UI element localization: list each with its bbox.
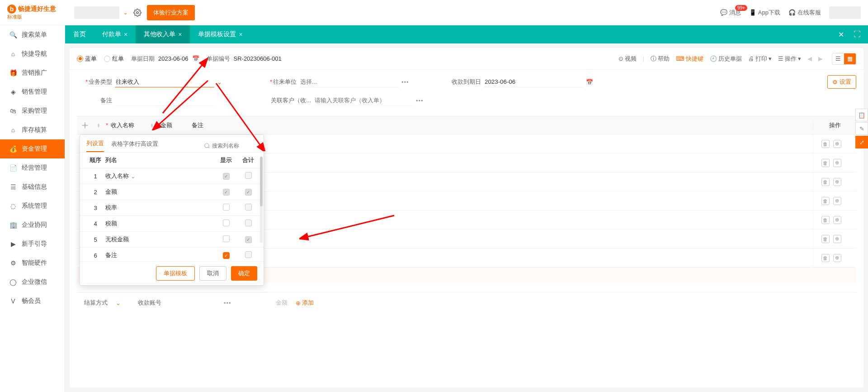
copy-row-icon[interactable]: ⊕ — [833, 159, 841, 167]
tab-close-icon[interactable]: × — [178, 31, 182, 38]
due-date-input[interactable] — [484, 76, 583, 87]
add-button[interactable]: ⊕ 添加 — [296, 299, 314, 307]
prev-button[interactable]: ◀ — [807, 55, 812, 62]
template-button[interactable]: 单据模板 — [156, 266, 195, 281]
radio-red[interactable]: 红单 — [104, 55, 124, 63]
popup-row[interactable]: 3 税率 — [80, 200, 264, 216]
chevron-down-icon[interactable]: ⌄ — [116, 300, 121, 306]
sidebar-item-vip[interactable]: V畅会员 — [0, 292, 65, 311]
calendar-icon[interactable]: 📅 — [192, 55, 199, 62]
rel-cust-input[interactable] — [314, 95, 413, 106]
message-button[interactable]: 💬 消息 99+ — [720, 9, 741, 17]
col-amount[interactable]: ▲▼ *金额 — [143, 121, 188, 129]
delete-row-icon[interactable]: 🗑 — [821, 197, 830, 205]
float-expand-button[interactable]: ⤢ — [855, 136, 868, 148]
tab-2[interactable]: 其他收入单× — [136, 25, 190, 43]
settings-button[interactable]: ⚙ 设置 — [827, 75, 856, 89]
delete-row-icon[interactable]: 🗑 — [821, 140, 830, 148]
sidebar-item-stock[interactable]: ⌂库存核算 — [0, 120, 65, 139]
tab-0[interactable]: 首页 — [65, 25, 94, 43]
view-list-button[interactable]: ☰ — [832, 53, 844, 64]
chevron-down-icon[interactable]: ⌄ — [217, 79, 222, 86]
float-edit-button[interactable]: ✎ — [855, 122, 868, 135]
delete-row-icon[interactable]: 🗑 — [821, 216, 830, 224]
tab-3[interactable]: 单据模板设置× — [190, 25, 250, 43]
tab-1[interactable]: 付款单× — [94, 25, 136, 43]
delete-row-icon[interactable]: 🗑 — [821, 178, 830, 186]
copy-row-icon[interactable]: ⊕ — [833, 197, 841, 205]
float-note-button[interactable]: 📋 — [855, 109, 868, 121]
popup-row[interactable]: 1 收入名称 ⌄ ✓ — [80, 168, 264, 184]
sidebar-item-wx[interactable]: ◯企业微信 — [0, 272, 65, 292]
popup-row[interactable]: 5 无税金额 ✓ — [80, 232, 264, 248]
popup-tab-col-settings[interactable]: 列设置 — [86, 139, 104, 152]
sidebar-item-hw[interactable]: ⚙智能硬件 — [0, 253, 65, 272]
column-settings-button[interactable] — [77, 122, 93, 129]
video-button[interactable]: ⊙ 视频 — [618, 55, 637, 63]
checkbox[interactable] — [223, 220, 230, 226]
help-button[interactable]: ⓘ 帮助 — [651, 55, 670, 63]
popup-tab-font-height[interactable]: 表格字体行高设置 — [111, 140, 158, 152]
copy-row-icon[interactable]: ⊕ — [833, 254, 841, 262]
confirm-button[interactable]: 确定 — [231, 266, 257, 281]
more-icon[interactable]: ••• — [224, 300, 231, 306]
party-input[interactable] — [299, 76, 399, 87]
gear-icon[interactable] — [133, 9, 142, 17]
sidebar-item-money[interactable]: 💰资金管理 — [0, 139, 65, 158]
checkbox[interactable] — [223, 204, 230, 210]
tab-close-icon[interactable]: × — [239, 31, 242, 38]
user-avatar[interactable] — [829, 6, 861, 19]
app-download-button[interactable]: 📱 App下载 — [749, 9, 780, 17]
mobile-icon: 📱 — [749, 9, 756, 16]
sidebar-item-base[interactable]: ☰基础信息 — [0, 177, 65, 196]
popup-row[interactable]: 4 税额 — [80, 216, 264, 232]
sort-icon[interactable]: ▲▼ — [97, 123, 104, 128]
doc-date-value[interactable]: 2023-06-06 — [158, 55, 189, 62]
copy-row-icon[interactable]: ⊕ — [833, 178, 841, 186]
biz-type-input[interactable] — [115, 76, 214, 87]
view-card-button[interactable]: ▦ — [844, 53, 856, 64]
sort-icon[interactable]: ▲▼ — [146, 123, 154, 128]
more-icon[interactable]: ••• — [416, 97, 424, 104]
delete-row-icon[interactable]: 🗑 — [821, 254, 830, 262]
popup-scrollbar[interactable] — [260, 157, 263, 243]
checkbox[interactable] — [223, 235, 230, 242]
sidebar-item-corp[interactable]: 🏢企业协同 — [0, 215, 65, 234]
close-all-tabs-button[interactable]: ✕ — [835, 28, 847, 41]
copy-row-icon[interactable]: ⊕ — [833, 235, 841, 243]
shortcut-button[interactable]: ⌨ 快捷键 — [676, 55, 703, 63]
popup-row[interactable]: 2 金额 ✓ ✓ — [80, 184, 264, 200]
fullscreen-button[interactable]: ⛶ — [851, 28, 863, 41]
try-plan-button[interactable]: 体验行业方案 — [147, 5, 195, 20]
tab-close-icon[interactable]: × — [124, 31, 127, 38]
calendar-icon[interactable]: 📅 — [586, 79, 593, 86]
print-button[interactable]: 🖨 打印 ▾ — [748, 55, 772, 63]
copy-row-icon[interactable]: ⊕ — [833, 140, 841, 148]
account-dropdown[interactable]: ⌄ — [74, 6, 128, 19]
checkbox-checked[interactable]: ✓ — [223, 252, 230, 259]
col-remark[interactable]: 备注 — [188, 121, 813, 129]
sidebar-item-sys[interactable]: ◌系统管理 — [0, 196, 65, 215]
sidebar-item-search[interactable]: 🔍搜索菜单 — [0, 25, 65, 44]
popup-search-input[interactable] — [212, 143, 257, 149]
chevron-down-icon[interactable]: ⌄ — [131, 173, 136, 180]
history-button[interactable]: 🕘 历史单据 — [710, 55, 742, 63]
sidebar-item-nav[interactable]: ⌂快捷导航 — [0, 44, 65, 63]
sidebar-item-guide[interactable]: ▶新手引导 — [0, 234, 65, 253]
sidebar-item-cart[interactable]: 🛍采购管理 — [0, 101, 65, 120]
online-service-button[interactable]: 🎧 在线客服 — [788, 9, 821, 17]
radio-blue[interactable]: 蓝单 — [77, 55, 97, 63]
copy-row-icon[interactable]: ⊕ — [833, 216, 841, 224]
delete-row-icon[interactable]: 🗑 — [821, 235, 830, 243]
sidebar-item-sale[interactable]: ◈销售管理 — [0, 82, 65, 101]
remark-input[interactable] — [115, 95, 214, 106]
sidebar-item-gift[interactable]: 🎁营销推广 — [0, 63, 65, 82]
more-icon[interactable]: ••• — [401, 79, 409, 86]
delete-row-icon[interactable]: 🗑 — [821, 159, 830, 167]
cancel-button[interactable]: 取消 — [199, 266, 226, 281]
next-button[interactable]: ▶ — [818, 55, 823, 62]
col-income-name[interactable]: ▲▼ *收入名称 — [93, 121, 143, 129]
sidebar-item-biz[interactable]: 📄经营管理 — [0, 158, 65, 177]
popup-row[interactable]: 6 备注 ✓ — [80, 248, 264, 261]
operate-button[interactable]: ☰ 操作 ▾ — [778, 55, 801, 63]
